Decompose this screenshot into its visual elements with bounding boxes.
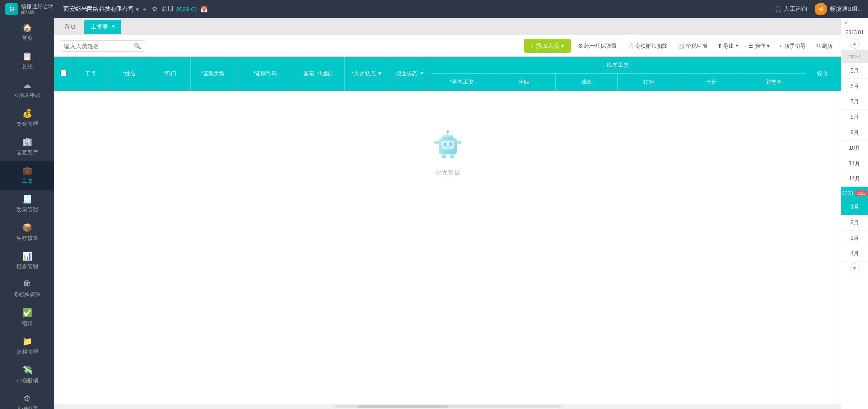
th-cert-number: *证型号码 <box>236 57 295 91</box>
close-panel-icon[interactable]: ✕ <box>844 20 848 26</box>
sidebar-item-multi[interactable]: 🏛 多机构管理 <box>0 275 54 303</box>
special-deduction-label: 专项附加扣除 <box>635 42 668 50</box>
export-dropdown-icon: ▾ <box>736 43 738 49</box>
add-person-button[interactable]: + 添加人员 ▾ <box>524 39 571 53</box>
refresh-icon: ↻ <box>816 43 820 49</box>
operations-button[interactable]: ☰ 操作 ▾ <box>746 40 772 52</box>
th-total: 合计 <box>680 74 742 91</box>
settle-icon: ✅ <box>22 308 32 318</box>
th-base-salary: *基本工资 <box>431 74 493 91</box>
service-button[interactable]: 🎧 人工咨询 <box>775 5 807 13</box>
sidebar-label-invoice: 发票管理 <box>16 206 38 214</box>
deduction-icon: 📄 <box>627 43 634 49</box>
add-person-label: 添加人员 <box>536 42 559 50</box>
year-2023-label: 2023 2023 <box>841 187 868 200</box>
month-2023-2[interactable]: 2月 <box>841 215 868 231</box>
sidebar-item-fund[interactable]: 💰 资金管理 <box>0 104 54 132</box>
th-payroll-group: 应发工资 <box>431 57 805 74</box>
sidebar-item-invoice[interactable]: 🧾 发票管理 <box>0 190 54 218</box>
settings-button[interactable]: ⚙ <box>152 5 158 13</box>
user-name: 畅捷通B组... <box>830 5 863 13</box>
sidebar-item-settle[interactable]: ✅ 结账 <box>0 303 54 332</box>
sidebar-item-inventory[interactable]: 📦 库存核算 <box>0 218 54 247</box>
svg-rect-10 <box>441 154 446 158</box>
sidebar-item-archive[interactable]: 📁 归档管理 <box>0 332 54 360</box>
tab-home[interactable]: 首页 <box>58 20 82 34</box>
basic-icon: ⚙ <box>24 394 31 404</box>
th-cert-type: *证型类型 <box>190 57 236 91</box>
table-container: 工号 *姓名 *部门 *证型类型 *证型号码 国籍（地区） *人员状态 ▼ 报送… <box>54 57 841 404</box>
month-2023-4[interactable]: 4月 <box>841 246 868 262</box>
period-value: 2023-01 <box>176 6 198 13</box>
home-icon: 🏠 <box>22 23 32 33</box>
chevron-down-icon[interactable]: ▾ <box>136 6 139 13</box>
calendar-icon[interactable]: 📅 <box>200 6 208 13</box>
export-button[interactable]: ⬆ 导出 ▾ <box>715 40 741 52</box>
sidebar-label-salary: 工资 <box>22 177 33 185</box>
month-nav-up-button[interactable]: ▲ <box>850 39 860 49</box>
th-checkbox[interactable] <box>54 57 73 91</box>
company-selector[interactable]: 西安虾米网络科技有限公司 ▾ <box>63 5 139 13</box>
top-bar-right: 🎧 人工咨询 畅 畅捷通B组... <box>775 3 863 15</box>
svg-rect-1 <box>441 141 454 149</box>
th-report-status: 报送状态 ▼ <box>390 57 431 91</box>
month-2023-1[interactable]: 1月 <box>841 200 868 215</box>
month-2023-3[interactable]: 3月 <box>841 231 868 246</box>
export-icon: ⬆ <box>718 43 722 49</box>
sidebar-item-tax[interactable]: 📊 税务管理 <box>0 247 54 275</box>
th-name: *姓名 <box>109 57 150 91</box>
top-bar: 好 畅捷通好会计 旗舰版 西安虾米网络科技有限公司 ▾ + ⚙ 账期 2023-… <box>0 0 868 18</box>
month-2022-9[interactable]: 9月 <box>841 125 868 141</box>
tax-icon: 📑 <box>678 43 684 49</box>
sidebar-item-salary[interactable]: 💼 工资 <box>0 161 54 190</box>
month-2022-8[interactable]: 8月 <box>841 110 868 125</box>
sidebar-label-cloud: 云报表中心 <box>14 92 41 99</box>
month-nav-up: ▲ <box>841 37 868 50</box>
operations-label: 操作 <box>755 42 766 50</box>
svg-rect-11 <box>450 154 454 158</box>
sidebar-label-basic: 基础设置 <box>16 405 38 409</box>
search-icon: 🔍 <box>134 43 141 49</box>
main-layout: 🏠 首页 📋 总账 ☁ 云报表中心 💰 资金管理 🏢 固定资产 💼 工资 🧾 发… <box>0 18 868 409</box>
sidebar-item-fixed[interactable]: 🏢 固定资产 <box>0 132 54 161</box>
month-2022-6[interactable]: 6月 <box>841 79 868 94</box>
tab-salary[interactable]: 工资表 ✕ <box>84 20 121 34</box>
select-all-checkbox[interactable] <box>60 70 67 76</box>
fixed-icon: 🏢 <box>22 137 32 147</box>
horizontal-scrollbar[interactable] <box>54 404 841 409</box>
th-status: *人员状态 ▼ <box>344 57 390 91</box>
tab-close-icon[interactable]: ✕ <box>111 24 115 29</box>
svg-point-7 <box>446 131 449 133</box>
empty-text: 暂无数据 <box>435 169 461 177</box>
tab-salary-label: 工资表 <box>91 23 108 31</box>
app-logo: 好 畅捷通好会计 旗舰版 <box>5 3 60 15</box>
month-2022-12[interactable]: 12月 <box>841 171 868 187</box>
add-company-button[interactable]: + <box>143 5 146 13</box>
sidebar-item-basic[interactable]: ⚙ 基础设置 <box>0 389 54 409</box>
sidebar-item-cloud[interactable]: ☁ 云报表中心 <box>0 75 54 104</box>
refresh-button[interactable]: ↻ 刷新 <box>813 40 835 52</box>
social-security-button[interactable]: ⚙ 统一社保设置 <box>575 40 620 52</box>
tax-report-button[interactable]: 📑 个税申报 <box>675 40 710 52</box>
month-2022-7[interactable]: 7月 <box>841 94 868 110</box>
new-guide-button[interactable]: ○ 新手引导 <box>777 40 809 52</box>
month-nav-down: ▼ <box>841 262 868 275</box>
ops-dropdown-icon: ▾ <box>767 43 770 49</box>
sidebar-item-home[interactable]: 🏠 首页 <box>0 18 54 47</box>
month-2022-10[interactable]: 10月 <box>841 141 868 156</box>
salary-table: 工号 *姓名 *部门 *证型类型 *证型号码 国籍（地区） *人员状态 ▼ 报送… <box>54 57 841 213</box>
ledger-icon: 📋 <box>22 51 32 61</box>
maximize-icon[interactable]: ⛶ <box>860 20 865 26</box>
user-profile[interactable]: 畅 畅捷通B组... <box>815 3 863 15</box>
scrollbar-thumb[interactable] <box>357 405 448 408</box>
month-nav-down-button[interactable]: ▼ <box>850 263 860 273</box>
month-2022-5[interactable]: 5月 <box>841 63 868 79</box>
avatar: 畅 <box>815 3 827 15</box>
search-wrapper[interactable]: 🔍 <box>60 40 145 52</box>
expense-icon: 💸 <box>22 365 32 375</box>
sidebar-item-expense[interactable]: 💸 小畅报销 <box>0 360 54 389</box>
sidebar-item-ledger[interactable]: 📋 总账 <box>0 47 54 75</box>
month-2022-11[interactable]: 11月 <box>841 156 868 171</box>
special-deduction-button[interactable]: 📄 专项附加扣除 <box>624 40 670 52</box>
search-input[interactable] <box>64 43 132 49</box>
